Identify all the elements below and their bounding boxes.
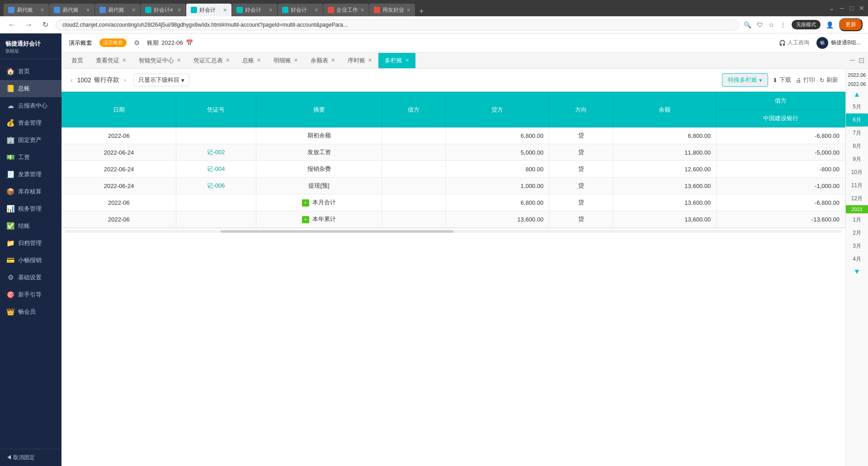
tab-yonyou-9[interactable]: 用友好业 ✕ (369, 4, 415, 16)
calendar-icon[interactable]: 📅 (186, 39, 193, 46)
close-icon[interactable]: ✕ (122, 57, 126, 63)
cal-month-3[interactable]: 3月 (846, 240, 868, 253)
sidebar-item-guide[interactable]: 🎯 新手引导 (0, 286, 61, 303)
tab-smart-vouchers[interactable]: 智能凭证中心 ✕ (132, 53, 187, 68)
scroll-thumb[interactable] (221, 230, 453, 233)
tab-haokuaiji-4[interactable]: 好会计≠ ✕ (141, 4, 186, 16)
voucher-link[interactable]: 记-004 (207, 165, 225, 172)
cal-month-6[interactable]: 6月 (846, 113, 868, 127)
cal-month-11[interactable]: 11月 (846, 179, 868, 192)
sidebar-item-home[interactable]: 🏠 首页 (0, 63, 61, 80)
cal-year-2023-marker[interactable]: 2023 (846, 205, 868, 213)
maximize-icon[interactable]: □ (850, 5, 854, 12)
sidebar-item-cloud-reports[interactable]: ☁ 云报表中心 (0, 97, 61, 114)
sidebar-item-settlement[interactable]: ✅ 结账 (0, 217, 61, 235)
close-icon[interactable]: ✕ (86, 7, 90, 13)
forward-button[interactable]: → (23, 20, 35, 30)
consult-button[interactable]: 🎧 人工咨询 (779, 39, 809, 47)
cal-month-1[interactable]: 1月 (846, 213, 868, 226)
shield-icon[interactable]: 🛡 (757, 21, 763, 28)
minimize-icon[interactable]: ─ (840, 5, 844, 12)
close-icon[interactable]: ✕ (226, 57, 230, 63)
sidebar-item-settings[interactable]: ⚙ 基础设置 (0, 269, 61, 286)
sidebar-item-archive[interactable]: 📁 归档管理 (0, 235, 61, 252)
cal-month-9[interactable]: 9月 (846, 153, 868, 166)
print-button[interactable]: 🖨 打印 (796, 76, 815, 84)
cell-voucher[interactable]: 记-006 (176, 178, 256, 194)
tab-add-button[interactable]: + (415, 7, 428, 16)
update-button[interactable]: 更新 (839, 18, 863, 31)
sidebar-item-funds[interactable]: 💰 资金管理 (0, 114, 61, 132)
refresh-button[interactable]: ↻ (40, 19, 51, 30)
nav-prev-button[interactable]: ‹ (69, 75, 75, 85)
sidebar-item-vip[interactable]: 👑 畅会员 (0, 303, 61, 320)
tab-list-icon[interactable]: ⌄ (829, 5, 835, 12)
download-button[interactable]: ⬇ 下载 (773, 76, 791, 84)
tab-multi-column[interactable]: 多栏账 ✕ (378, 53, 415, 68)
cal-month-10[interactable]: 10月 (846, 166, 868, 179)
cal-month-2[interactable]: 2月 (846, 226, 868, 240)
search-icon[interactable]: 🔍 (744, 21, 751, 28)
sidebar-item-expense[interactable]: 💳 小畅报销 (0, 252, 61, 269)
close-icon[interactable]: ✕ (294, 57, 298, 63)
cal-month-5[interactable]: 5月 (846, 100, 868, 113)
tab-haokuaiji-6[interactable]: 好会计 ✕ (232, 4, 277, 16)
tab-detail-ledger[interactable]: 明细账 ✕ (267, 53, 304, 68)
close-window-icon[interactable]: ✕ (859, 5, 864, 12)
special-multi-column-button[interactable]: 特殊多栏账 ▾ (722, 73, 768, 87)
scroll-bar-horizontal[interactable] (65, 230, 842, 233)
close-icon[interactable]: ✕ (368, 57, 372, 63)
nav-next-button[interactable]: › (122, 75, 128, 85)
voucher-link[interactable]: 记-002 (207, 149, 225, 155)
close-icon[interactable]: ✕ (223, 7, 227, 13)
address-input[interactable] (56, 19, 739, 30)
close-icon[interactable]: ✕ (360, 7, 364, 13)
browser-menu-icon[interactable]: ⋮ (780, 21, 786, 28)
close-icon[interactable]: ✕ (269, 7, 273, 13)
star-icon[interactable]: ☆ (769, 21, 774, 28)
back-button[interactable]: ← (5, 20, 18, 30)
filter-dropdown[interactable]: 只显示下级科目 ▾ (133, 74, 189, 86)
tab-yidaizhang-2[interactable]: 易代账 ✕ (49, 4, 94, 16)
tab-haokuaiji-5[interactable]: 好会计 ✕ (186, 4, 231, 16)
sidebar-item-general-ledger[interactable]: 📒 总账 (0, 80, 61, 97)
incognito-mode-button[interactable]: 无痕模式 (792, 20, 821, 29)
tab-view-vouchers[interactable]: 查看凭证 ✕ (90, 53, 132, 68)
cal-month-7[interactable]: 7月 (846, 127, 868, 140)
sidebar-item-fixed-assets[interactable]: 🏢 固定资产 (0, 132, 61, 149)
cal-month-8[interactable]: 8月 (846, 140, 868, 153)
tab-expand-icon[interactable]: ⊡ (859, 56, 864, 65)
cal-month-12[interactable]: 12月 (846, 192, 868, 205)
close-icon[interactable]: ✕ (177, 7, 181, 13)
close-icon[interactable]: ✕ (257, 57, 261, 63)
close-icon[interactable]: ✕ (177, 57, 181, 63)
tab-yidaizhang-3[interactable]: 易代账 ✕ (95, 4, 140, 16)
close-icon[interactable]: ✕ (132, 7, 136, 13)
voucher-link[interactable]: 记-006 (207, 182, 225, 189)
cell-voucher[interactable]: 记-004 (176, 161, 256, 178)
tab-balance-table[interactable]: 余额表 ✕ (304, 53, 341, 68)
tab-minimize-icon[interactable]: ─ (850, 56, 855, 65)
tab-home[interactable]: 首页 (65, 53, 90, 68)
sidebar-item-inventory[interactable]: 📦 库存核算 (0, 183, 61, 200)
sidebar-item-salary[interactable]: 💵 工资 (0, 149, 61, 166)
close-icon[interactable]: ✕ (406, 7, 410, 13)
refresh-button[interactable]: ↻ 刷新 (820, 76, 838, 84)
tab-yidaizhang-1[interactable]: 易代账 ✕ (4, 4, 49, 16)
close-icon[interactable]: ✕ (405, 57, 409, 63)
tab-haokuaiji-7[interactable]: 好会计 ✕ (278, 4, 323, 16)
sidebar-item-tax[interactable]: 📊 税务管理 (0, 200, 61, 217)
cal-scroll-down[interactable]: ▼ (852, 266, 863, 278)
sidebar-item-invoices[interactable]: 🧾 发票管理 (0, 166, 61, 183)
tab-general-ledger[interactable]: 总账 ✕ (236, 53, 267, 68)
close-icon[interactable]: ✕ (314, 7, 318, 13)
tab-voucher-summary[interactable]: 凭证汇总表 ✕ (187, 53, 236, 68)
cal-scroll-up[interactable]: ▲ (852, 89, 863, 100)
tab-time-ledger[interactable]: 序时账 ✕ (341, 53, 378, 68)
tab-qiye-8[interactable]: 企业工作 ✕ (323, 4, 369, 16)
close-icon[interactable]: ✕ (40, 7, 44, 13)
cal-month-4[interactable]: 4月 (846, 253, 868, 266)
cell-voucher[interactable]: 记-002 (176, 144, 256, 161)
settings-icon[interactable]: ⚙ (134, 39, 140, 47)
profile-icon[interactable]: 👤 (826, 21, 834, 28)
